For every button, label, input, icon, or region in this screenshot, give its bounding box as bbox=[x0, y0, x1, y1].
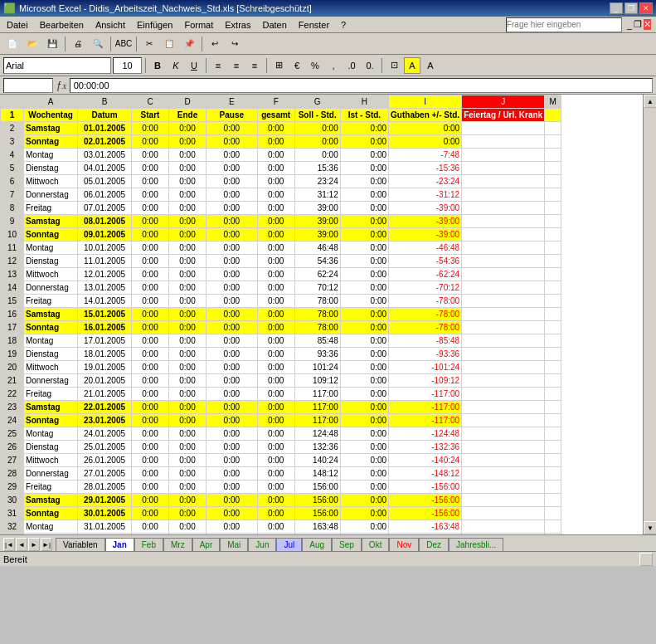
cell-r6-c3[interactable]: 0:00 bbox=[132, 175, 169, 188]
cell-r12-c10[interactable] bbox=[462, 255, 545, 268]
cell-r31-c6[interactable]: 0:00 bbox=[257, 507, 294, 520]
cell-r6-c5[interactable]: 0:00 bbox=[207, 175, 258, 188]
cell-r29-c0[interactable]: 29 bbox=[1, 481, 24, 494]
formula-input[interactable] bbox=[70, 78, 653, 93]
cell-r3-c0[interactable]: 3 bbox=[1, 135, 24, 149]
cell-r33-c2[interactable] bbox=[78, 534, 132, 535]
cell-r2-c9[interactable]: 0:00 bbox=[389, 122, 462, 135]
cell-r18-c1[interactable]: Montag bbox=[24, 334, 78, 348]
col-header-i[interactable]: I bbox=[389, 95, 462, 109]
cell-r9-c10[interactable] bbox=[462, 215, 545, 228]
cell-r32-c11[interactable] bbox=[545, 520, 561, 534]
cell-r10-c7[interactable]: 39:00 bbox=[294, 228, 340, 242]
cell-r3-c8[interactable]: 0:00 bbox=[340, 135, 388, 149]
cell-r5-c4[interactable]: 0:00 bbox=[169, 162, 207, 175]
cell-r11-c5[interactable]: 0:00 bbox=[207, 242, 258, 255]
menu-extras[interactable]: Extras bbox=[220, 18, 255, 32]
cell-r15-c7[interactable]: 78:00 bbox=[294, 295, 340, 308]
cell-r26-c3[interactable]: 0:00 bbox=[132, 441, 169, 454]
cell-r25-c1[interactable]: Montag bbox=[24, 427, 78, 441]
cell-r11-c7[interactable]: 46:48 bbox=[294, 242, 340, 255]
cell-r4-c0[interactable]: 4 bbox=[1, 149, 24, 162]
decrease-decimal-button[interactable]: 0. bbox=[362, 57, 378, 74]
cell-r9-c1[interactable]: Samstag bbox=[24, 215, 78, 228]
cell-r12-c5[interactable]: 0:00 bbox=[207, 255, 258, 268]
cell-r21-c6[interactable]: 0:00 bbox=[257, 374, 294, 388]
cell-r19-c11[interactable] bbox=[545, 348, 561, 361]
cell-r19-c8[interactable]: 0:00 bbox=[340, 348, 388, 361]
cell-r32-c0[interactable]: 32 bbox=[1, 520, 24, 534]
cell-r13-c1[interactable]: Mittwoch bbox=[24, 268, 78, 281]
cell-r5-c3[interactable]: 0:00 bbox=[132, 162, 169, 175]
cell-r26-c9[interactable]: -132:36 bbox=[389, 441, 462, 454]
cell-r18-c2[interactable]: 17.01.2005 bbox=[78, 334, 132, 348]
cell-r18-c4[interactable]: 0:00 bbox=[169, 334, 207, 348]
cell-r24-c11[interactable] bbox=[545, 414, 561, 427]
cell-r13-c4[interactable]: 0:00 bbox=[169, 268, 207, 281]
cell-r4-c2[interactable]: 03.01.2005 bbox=[78, 149, 132, 162]
cell-r12-c11[interactable] bbox=[545, 255, 561, 268]
cell-r31-c3[interactable]: 0:00 bbox=[132, 507, 169, 520]
cell-r9-c0[interactable]: 9 bbox=[1, 215, 24, 228]
cell-r25-c8[interactable]: 0:00 bbox=[340, 427, 388, 441]
cell-r31-c5[interactable]: 0:00 bbox=[207, 507, 258, 520]
cell-r2-c1[interactable]: Samstag bbox=[24, 122, 78, 135]
tab-dez[interactable]: Dez bbox=[419, 538, 449, 551]
cell-r31-c11[interactable] bbox=[545, 507, 561, 520]
cell-r10-c9[interactable]: -39:00 bbox=[389, 228, 462, 242]
cell-r4-c5[interactable]: 0:00 bbox=[207, 149, 258, 162]
cell-r17-c3[interactable]: 0:00 bbox=[132, 321, 169, 334]
cell-r12-c9[interactable]: -54:36 bbox=[389, 255, 462, 268]
cell-r18-c10[interactable] bbox=[462, 334, 545, 348]
cell-r5-c9[interactable]: -15:36 bbox=[389, 162, 462, 175]
cell-r31-c1[interactable]: Sonntag bbox=[24, 507, 78, 520]
cell-r9-c8[interactable]: 0:00 bbox=[340, 215, 388, 228]
cell-r8-c1[interactable]: Freitag bbox=[24, 202, 78, 215]
cell-r20-c11[interactable] bbox=[545, 361, 561, 374]
print-button[interactable]: 🖨 bbox=[69, 35, 87, 53]
cell-r6-c7[interactable]: 23:24 bbox=[294, 175, 340, 188]
cell-r16-c5[interactable]: 0:00 bbox=[207, 308, 258, 321]
cell-r15-c6[interactable]: 0:00 bbox=[257, 295, 294, 308]
cell-r33-c6[interactable] bbox=[257, 534, 294, 535]
cell-r14-c4[interactable]: 0:00 bbox=[169, 281, 207, 295]
cell-r30-c11[interactable] bbox=[545, 494, 561, 507]
cell-r2-c2[interactable]: 01.01.2005 bbox=[78, 122, 132, 135]
cell-r11-c10[interactable] bbox=[462, 242, 545, 255]
cell-r17-c5[interactable]: 0:00 bbox=[207, 321, 258, 334]
status-scrollbar-h[interactable] bbox=[639, 553, 653, 566]
cell-r28-c8[interactable]: 0:00 bbox=[340, 467, 388, 481]
font-color-button[interactable]: A bbox=[422, 57, 439, 74]
cell-r27-c9[interactable]: -140:24 bbox=[389, 454, 462, 467]
cell-r16-c7[interactable]: 78:00 bbox=[294, 308, 340, 321]
spell-button[interactable]: ABC bbox=[114, 35, 133, 53]
cell-r27-c1[interactable]: Mittwoch bbox=[24, 454, 78, 467]
cell-r11-c8[interactable]: 0:00 bbox=[340, 242, 388, 255]
cell-r5-c0[interactable]: 5 bbox=[1, 162, 24, 175]
cell-r10-c10[interactable] bbox=[462, 228, 545, 242]
cell-r16-c6[interactable]: 0:00 bbox=[257, 308, 294, 321]
cell-r12-c6[interactable]: 0:00 bbox=[257, 255, 294, 268]
cell-r19-c7[interactable]: 93:36 bbox=[294, 348, 340, 361]
cell-r2-c8[interactable]: 0:00 bbox=[340, 122, 388, 135]
cell-r26-c6[interactable]: 0:00 bbox=[257, 441, 294, 454]
cell-r15-c4[interactable]: 0:00 bbox=[169, 295, 207, 308]
cell-r24-c10[interactable] bbox=[462, 414, 545, 427]
cell-r23-c10[interactable] bbox=[462, 401, 545, 414]
col-header-j[interactable]: J bbox=[462, 95, 545, 109]
menu-einfuegen[interactable]: Einfügen bbox=[132, 18, 177, 32]
cell-r14-c3[interactable]: 0:00 bbox=[132, 281, 169, 295]
cell-r30-c8[interactable]: 0:00 bbox=[340, 494, 388, 507]
cell-r29-c8[interactable]: 0:00 bbox=[340, 481, 388, 494]
cell-r7-c6[interactable]: 0:00 bbox=[257, 188, 294, 202]
cell-r6-c1[interactable]: Mittwoch bbox=[24, 175, 78, 188]
cell-r29-c10[interactable] bbox=[462, 481, 545, 494]
cell-r28-c11[interactable] bbox=[545, 467, 561, 481]
cell-r28-c2[interactable]: 27.01.2005 bbox=[78, 467, 132, 481]
cell-r15-c0[interactable]: 15 bbox=[1, 295, 24, 308]
cell-r10-c11[interactable] bbox=[545, 228, 561, 242]
col-header-c[interactable]: C bbox=[132, 95, 169, 109]
font-name-input[interactable] bbox=[3, 57, 111, 74]
fill-color-button[interactable]: A bbox=[404, 57, 420, 74]
cell-r22-c3[interactable]: 0:00 bbox=[132, 388, 169, 401]
